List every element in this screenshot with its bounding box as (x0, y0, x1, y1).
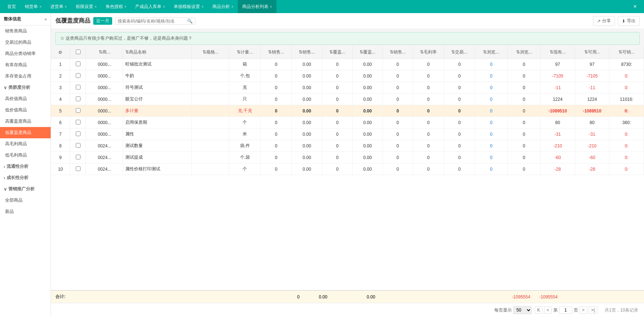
close-template-icon[interactable]: × (201, 5, 204, 9)
select-all-checkbox[interactable] (76, 49, 80, 54)
close-product-analysis-icon[interactable]: × (231, 5, 233, 9)
row-checkbox[interactable] (76, 73, 80, 78)
row-spec (192, 59, 229, 70)
sidebar-group-liquidity[interactable]: › 流通性分析 (0, 161, 51, 172)
row-salesamt: 0.00 (291, 140, 322, 152)
page-number-input[interactable] (559, 306, 572, 314)
sort-icon[interactable]: ⇅ (99, 49, 102, 55)
sidebar-item-sales-goods[interactable]: 销售类商品 (0, 25, 51, 37)
browse-link[interactable]: 0 (490, 62, 492, 67)
sort-icon13[interactable]: ⇅ (516, 49, 520, 55)
sidebar-group-growth[interactable]: › 成长性分析 (0, 172, 51, 183)
row-salesamt: 0.00 (291, 117, 322, 128)
browse-link[interactable]: 0 (490, 155, 492, 160)
per-page-select[interactable]: 50 100 200 (513, 306, 532, 314)
prev-page-button[interactable]: < (544, 306, 552, 314)
sort-icon6[interactable]: ⇅ (299, 49, 302, 55)
nav-purchase-order[interactable]: 进货单 × (46, 0, 71, 13)
nav-product-analysis-list[interactable]: 商品分析列表 × (238, 0, 276, 13)
col-checkbox[interactable] (70, 46, 86, 59)
sidebar-group-cluster-analysis[interactable]: ∨ 类群度分析 (0, 82, 51, 93)
sort-icon14[interactable]: ⇅ (550, 49, 553, 55)
nav-finished-goods[interactable]: 产成品入库单 × (131, 0, 169, 13)
sort-icon9[interactable]: ⇅ (390, 49, 393, 55)
browse-link[interactable]: 0 (490, 132, 492, 137)
sort-icon16[interactable]: ⇅ (619, 49, 622, 55)
table-container[interactable]: ⚙ ⇅商... ⇅商品名称 ⇅规格... (51, 46, 644, 290)
sort-icon8[interactable]: ⇅ (360, 49, 363, 55)
close-finished-goods-icon[interactable]: × (163, 5, 165, 9)
sidebar-item-stock-capital[interactable]: 库存资金占用 (0, 71, 51, 82)
row-checkbox[interactable] (76, 85, 80, 90)
share-button[interactable]: ↗ 分享 (593, 16, 615, 26)
col-salesamt-header: ⇅销售... (291, 46, 322, 59)
browse-link[interactable]: 0 (490, 74, 492, 79)
sort-icon7[interactable]: ⇅ (329, 49, 333, 55)
sidebar-item-low-coverage[interactable]: 低覆盖度商品 (0, 127, 51, 138)
nav-sales-order[interactable]: 销货单 × (20, 0, 46, 13)
sort-icon2[interactable]: ⇅ (125, 49, 129, 55)
search-input[interactable] (118, 19, 187, 24)
close-role-auth-icon[interactable]: × (125, 5, 127, 9)
sidebar-item-high-coverage[interactable]: 高覆盖度商品 (0, 116, 51, 127)
window-close-button[interactable]: × (629, 3, 641, 10)
nav-template-settings[interactable]: 单据模板设置 × (169, 0, 208, 13)
row-checkbox[interactable] (76, 96, 80, 101)
table-header-row: ⚙ ⇅商... ⇅商品名称 ⇅规格... (51, 46, 644, 59)
row-checkbox[interactable] (76, 155, 80, 159)
sort-icon4[interactable]: ⇅ (237, 49, 240, 55)
first-page-button[interactable]: K (535, 306, 543, 314)
nav-product-analysis[interactable]: 商品分析 × (208, 0, 238, 13)
close-permission-icon[interactable]: × (95, 5, 97, 9)
search-icon[interactable]: 🔍 (187, 19, 193, 24)
sort-icon10[interactable]: ⇅ (420, 49, 424, 55)
close-purchase-order-icon[interactable]: × (65, 5, 67, 9)
sort-icon3[interactable]: ⇅ (203, 49, 206, 55)
sidebar-group-marketing[interactable]: ∨ 营销推广分析 (0, 183, 51, 195)
next-page-button[interactable]: > (580, 306, 587, 314)
time-filter-button[interactable]: 近一月 (93, 17, 112, 25)
row-availstock: -11 (575, 82, 609, 94)
close-sales-order-icon[interactable]: × (39, 5, 42, 9)
close-product-analysis-list-icon[interactable]: × (270, 5, 272, 9)
last-page-button[interactable]: >| (589, 306, 597, 314)
row-checkbox[interactable] (76, 108, 80, 113)
sidebar-item-high-value[interactable]: 高价值商品 (0, 93, 51, 104)
sort-icon12[interactable]: ⇅ (483, 49, 487, 55)
sort-icon5[interactable]: ⇅ (268, 49, 272, 55)
sidebar-item-all-goods[interactable]: 全部商品 (0, 195, 51, 206)
browse-link[interactable]: 0 (490, 120, 492, 125)
row-browse2: 0 (508, 70, 541, 82)
sort-icon11[interactable]: ⇅ (451, 49, 455, 55)
browse-link[interactable]: 0 (490, 97, 492, 102)
row-checkbox[interactable] (76, 131, 80, 136)
sidebar-item-new-goods[interactable]: 新品 (0, 206, 51, 217)
sidebar-item-low-value[interactable]: 低价值商品 (0, 104, 51, 116)
sidebar-item-high-margin[interactable]: 高毛利商品 (0, 138, 51, 150)
settings-icon[interactable]: ⚙ (58, 50, 62, 55)
row-checkbox[interactable] (76, 143, 80, 148)
sidebar-item-in-stock[interactable]: 有库存商品 (0, 59, 51, 71)
row-checkbox[interactable] (76, 166, 80, 171)
browse-link[interactable]: 0 (490, 108, 492, 114)
sidebar-collapse-button[interactable]: « (44, 17, 47, 22)
col-settings[interactable]: ⚙ (51, 46, 70, 59)
nav-permission-settings[interactable]: 权限设置 × (71, 0, 101, 13)
sort-icon15[interactable]: ⇅ (584, 49, 588, 55)
row-checkbox[interactable] (76, 120, 80, 124)
row-checkbox[interactable] (76, 62, 80, 66)
row-soldamt: 0 (382, 70, 413, 82)
browse-link[interactable]: 0 (490, 167, 492, 172)
sidebar-item-category-rate[interactable]: 商品分类动销率 (0, 48, 51, 59)
browse-link[interactable]: 0 (490, 143, 492, 148)
row-salesqty: 0 (261, 82, 291, 94)
search-box[interactable]: 🔍 (115, 17, 195, 25)
content-area: 低覆盖度商品 近一月 🔍 ↗ 分享 ⬇ 导出 ☆ 这类商品只有很少客户购买过，是… (51, 13, 644, 317)
browse-link[interactable]: 0 (490, 85, 492, 90)
sidebar-item-low-margin[interactable]: 低毛利商品 (0, 150, 51, 161)
sidebar-item-traded-goods[interactable]: 交易过的商品 (0, 37, 51, 48)
nav-home[interactable]: 首页 (3, 0, 20, 13)
export-button[interactable]: ⬇ 导出 (618, 16, 640, 26)
col-name-header: ⇅商品名称 (123, 46, 192, 59)
nav-role-auth[interactable]: 角色授权 × (101, 0, 131, 13)
